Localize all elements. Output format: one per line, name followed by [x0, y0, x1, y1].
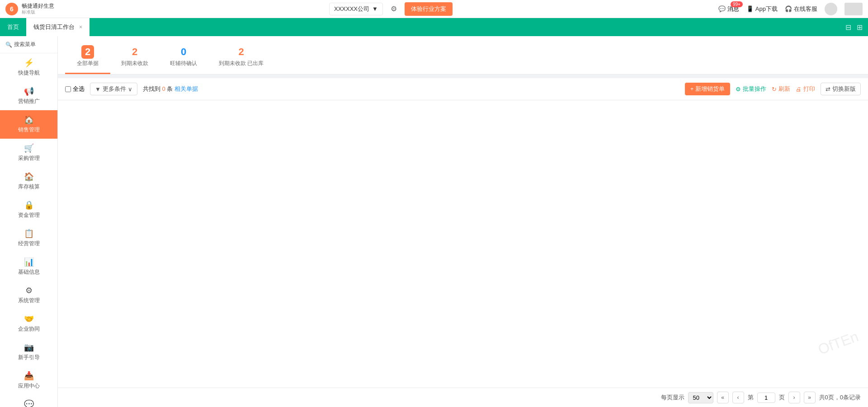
- purchase-icon: 🛒: [24, 143, 34, 153]
- stat-tab-overdue-out[interactable]: 2 到期未收款 已出库: [208, 42, 274, 74]
- stat-tab-overdue[interactable]: 2 到期未收款: [110, 42, 159, 74]
- message-area[interactable]: 💬 消息 99+: [718, 5, 739, 13]
- sidebar-item-marketing[interactable]: 📢 营销推广: [0, 82, 57, 110]
- next-page-button[interactable]: ›: [788, 392, 800, 403]
- cooperation-icon: 🤝: [24, 314, 34, 324]
- logo-icon: 6: [5, 3, 18, 15]
- sidebar-item-inventory[interactable]: 🏠 库存核算: [0, 167, 57, 196]
- print-icon: 🖨: [796, 86, 802, 93]
- switch-version-button[interactable]: ⇄ 切换新版: [821, 83, 861, 95]
- batch-icon: ⚙: [736, 86, 741, 93]
- service-icon: 🎧: [785, 5, 792, 12]
- prev-page-button[interactable]: ‹: [732, 392, 744, 403]
- finance-icon: 🔒: [24, 200, 34, 210]
- sales-icon: 🏠: [24, 115, 34, 125]
- stat-tab-all[interactable]: 2 全部单据: [65, 42, 110, 74]
- operations-icon: 📋: [24, 229, 34, 239]
- main-layout: 🔍 搜索菜单 ⚡ 快捷导航 📢 营销推广 🏠 销售管理 🛒 采购管理 🏠 库存核…: [0, 36, 868, 407]
- stat-tab-wangwang[interactable]: 0 旺辅待确认: [159, 42, 208, 74]
- toolbar-right: + 新增销货单 ⚙ 批量操作 ↻ 刷新 🖨 打印 ⇄ 切换新版: [685, 83, 861, 95]
- tab-minimize-icon[interactable]: ⊟: [844, 21, 853, 33]
- tab-bar-actions: ⊟ ⊞: [844, 21, 868, 33]
- top-header: 6 畅捷通好生意 标准版 XXXXXX公司 ▼ ⚙ 体验行业方案 💬 消息 99…: [0, 0, 868, 18]
- sidebar-item-label: 应用中心: [18, 382, 40, 390]
- select-all-checkbox[interactable]: 全选: [65, 85, 85, 93]
- stat-num-overdue-out: 2: [235, 45, 248, 59]
- sidebar-item-guide[interactable]: 📷 新手引导: [0, 338, 57, 366]
- sidebar-item-cooperation[interactable]: 🤝 企业协同: [0, 309, 57, 338]
- logo-text: 畅捷通好生意 标准版: [22, 3, 54, 14]
- sidebar-search-label: 搜索菜单: [14, 41, 36, 48]
- filter-button[interactable]: ▼ 更多条件 ∨: [90, 83, 137, 95]
- page-size-select[interactable]: 50 20 100: [688, 392, 713, 403]
- sidebar-item-label: 库存核算: [18, 183, 40, 191]
- stat-label-overdue-out: 到期未收款 已出库: [219, 60, 264, 67]
- settings-icon[interactable]: ⚙: [387, 3, 400, 15]
- tab-expand-icon[interactable]: ⊞: [855, 21, 864, 33]
- sidebar-item-label: 经营管理: [18, 240, 40, 248]
- app-download[interactable]: 📱 App下载: [746, 5, 778, 13]
- sidebar-item-label: 新手引导: [18, 354, 40, 361]
- sidebar-item-label: 快捷导航: [18, 69, 40, 77]
- stat-num-overdue: 2: [128, 45, 141, 59]
- message-icon: 💬: [718, 5, 726, 12]
- quick-nav-icon: ⚡: [24, 58, 34, 68]
- user-name[interactable]: [844, 3, 863, 15]
- sidebar-item-quick-nav[interactable]: ⚡ 快捷导航: [0, 53, 57, 82]
- empty-state: [58, 100, 868, 388]
- download-icon: 📱: [746, 5, 754, 12]
- message-badge: 99+: [731, 1, 743, 7]
- refresh-button[interactable]: ↻ 刷新: [772, 85, 790, 93]
- inventory-icon: 🏠: [24, 172, 34, 182]
- sidebar-search[interactable]: 🔍 搜索菜单: [0, 36, 57, 53]
- sidebar-item-label: 企业协同: [18, 325, 40, 333]
- toolbar: 全选 ▼ 更多条件 ∨ 共找到 0 条 相关单据 + 新增销货单 ⚙ 批量操作: [58, 78, 868, 100]
- stat-num-all: 2: [81, 45, 94, 59]
- first-page-button[interactable]: «: [717, 392, 729, 403]
- content-area: 2 全部单据 2 到期未收款 0 旺辅待确认 2 到期未收款 已出库 全选: [58, 36, 868, 407]
- marketing-icon: 📢: [24, 86, 34, 96]
- system-icon: ⚙: [25, 285, 33, 295]
- guide-icon: 📷: [24, 342, 34, 352]
- try-industry-button[interactable]: 体验行业方案: [405, 2, 453, 16]
- stat-label-all: 全部单据: [77, 60, 99, 67]
- pagination: 每页显示 50 20 100 « ‹ 第 页 › » 共0页，0条记录: [58, 388, 868, 407]
- tab-bar: 首页 钱货日清工作台 × ⊟ ⊞: [0, 18, 868, 36]
- batch-action-button[interactable]: ⚙ 批量操作: [736, 85, 766, 93]
- tab-close-icon[interactable]: ×: [79, 24, 82, 30]
- stat-num-wangwang: 0: [177, 45, 190, 59]
- stat-label-wangwang: 旺辅待确认: [170, 60, 197, 67]
- page-input[interactable]: [757, 393, 775, 403]
- tab-qian-huo[interactable]: 钱货日清工作台 ×: [26, 18, 90, 36]
- found-text: 共找到 0 条 相关单据: [143, 85, 198, 93]
- sidebar-item-label: 基础信息: [18, 268, 40, 276]
- sidebar-item-app-center[interactable]: 📥 应用中心: [0, 366, 57, 395]
- stat-label-overdue: 到期未收款: [121, 60, 148, 67]
- sidebar-item-basic-info[interactable]: 📊 基础信息: [0, 253, 57, 281]
- search-icon: 🔍: [5, 42, 12, 48]
- tab-home[interactable]: 首页: [0, 18, 26, 36]
- sidebar-item-operations[interactable]: 📋 经营管理: [0, 224, 57, 253]
- last-page-button[interactable]: »: [804, 392, 816, 403]
- sidebar-item-label: 采购管理: [18, 154, 40, 162]
- app-center-icon: 📥: [24, 371, 34, 381]
- chevron-down-icon: ▼: [372, 5, 378, 12]
- select-all-input[interactable]: [65, 86, 71, 92]
- sidebar-item-finance[interactable]: 🔒 资金管理: [0, 196, 57, 224]
- add-sales-button[interactable]: + 新增销货单: [685, 83, 730, 95]
- sidebar-item-purchase[interactable]: 🛒 采购管理: [0, 139, 57, 167]
- basic-info-icon: 📊: [24, 257, 34, 267]
- online-service[interactable]: 🎧 在线客服: [785, 5, 817, 13]
- sidebar-item-label: 营销推广: [18, 98, 40, 105]
- logo-area: 6 畅捷通好生意 标准版: [5, 3, 63, 15]
- sidebar-item-label: 销售管理: [18, 126, 40, 134]
- print-button[interactable]: 🖨 打印: [796, 85, 815, 93]
- avatar[interactable]: [825, 3, 837, 15]
- company-selector[interactable]: XXXXXX公司 ▼: [329, 3, 383, 15]
- sidebar-item-label: 资金管理: [18, 211, 40, 219]
- chevron-icon: ∨: [128, 86, 132, 93]
- sidebar-item-system[interactable]: ⚙ 系统管理: [0, 281, 57, 309]
- sidebar-item-wechat[interactable]: 💬 企业微信: [0, 395, 57, 407]
- filter-icon: ▼: [95, 86, 101, 93]
- sidebar-item-sales[interactable]: 🏠 销售管理: [0, 110, 57, 139]
